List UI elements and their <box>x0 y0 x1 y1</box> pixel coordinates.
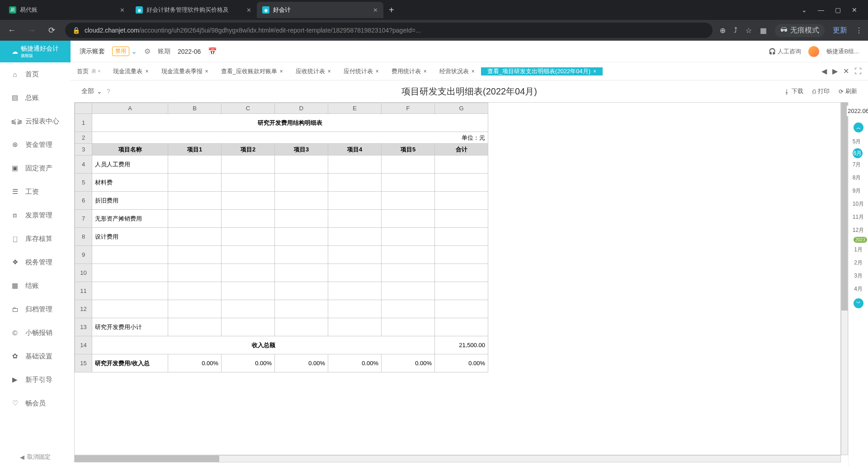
avatar[interactable] <box>808 46 819 57</box>
spreadsheet[interactable]: A B C D E F G 1研究开发费用结构明细表 2单位：元 3 项目名称 … <box>74 102 841 455</box>
close-icon[interactable]: × <box>205 68 208 75</box>
sidebar-item[interactable]: ▤总账 <box>0 86 71 109</box>
col-header[interactable]: C <box>222 103 275 114</box>
browser-tab[interactable]: ◉ 好会计财务管理软件购买价格及 ✕ <box>130 2 257 18</box>
row-header[interactable]: 4 <box>75 155 92 174</box>
sidebar-item[interactable]: 🗀归档管理 <box>0 297 71 321</box>
download-button[interactable]: ⭳下载 <box>784 87 803 95</box>
close-icon[interactable]: × <box>376 68 379 75</box>
sidebar-item[interactable]: ☰工资 <box>0 180 71 203</box>
month-item[interactable]: 4月 <box>854 282 863 296</box>
col-header[interactable]: G <box>435 103 488 114</box>
star-icon[interactable]: ☆ <box>745 26 752 35</box>
filter-select[interactable]: 全部 ⌄ <box>81 87 102 95</box>
row-header[interactable]: 13 <box>75 318 92 336</box>
col-header[interactable]: F <box>382 103 435 114</box>
page-tab[interactable]: 现金流量表× <box>107 67 155 75</box>
help-icon[interactable]: ? <box>107 88 110 95</box>
close-icon[interactable]: ✕ <box>373 7 378 14</box>
chevron-down-icon[interactable]: ⌄ <box>131 47 137 56</box>
sidebar-item[interactable]: ©小畅报销 <box>0 321 71 344</box>
page-tab[interactable]: 现金流量表季报× <box>155 67 215 75</box>
refresh-button[interactable]: ⟳刷新 <box>839 87 857 95</box>
row-header[interactable]: 1 <box>75 114 92 132</box>
month-item[interactable]: 6月 <box>853 148 863 158</box>
sidebar-item[interactable]: ▦结账 <box>0 274 71 297</box>
close-icon[interactable]: ✕ <box>246 7 251 14</box>
row-header[interactable]: 3 <box>75 144 92 155</box>
scroll-down-icon[interactable]: ︾ <box>854 298 863 308</box>
extension-icon[interactable]: ▦ <box>760 26 767 35</box>
new-tab-button[interactable]: + <box>383 5 400 15</box>
scroll-up-icon[interactable]: ︽ <box>854 122 863 132</box>
select-all-cell[interactable] <box>75 103 92 114</box>
reload-button[interactable]: ⟳ <box>45 25 58 35</box>
close-icon[interactable]: × <box>472 68 475 75</box>
back-button[interactable]: ← <box>5 26 18 35</box>
unpin-button[interactable]: ◀ 取消固定 <box>0 448 71 466</box>
month-item[interactable]: 1月 <box>854 243 863 256</box>
row-header[interactable]: 9 <box>75 246 92 264</box>
tabs-next-icon[interactable]: ▶ <box>832 67 838 75</box>
tabs-prev-icon[interactable]: ◀ <box>821 67 827 75</box>
close-icon[interactable]: × <box>424 68 427 75</box>
page-tab[interactable]: 查看_应收账款对账单× <box>215 67 289 75</box>
address-bar[interactable]: 🔒 cloud2.chanjet.com/accounting/uh26t264… <box>65 23 712 38</box>
sidebar-item[interactable]: ✿基础设置 <box>0 344 71 368</box>
close-icon[interactable]: × <box>593 68 596 75</box>
browser-tab-active[interactable]: ◉ 好会计 ✕ <box>257 2 383 18</box>
sidebar-item[interactable]: ⊛资金管理 <box>0 133 71 156</box>
month-item[interactable]: 3月 <box>854 269 863 282</box>
close-icon[interactable]: × <box>280 68 283 75</box>
row-header[interactable]: 10 <box>75 264 92 282</box>
horizontal-scrollbar[interactable] <box>74 455 841 462</box>
sidebar-item[interactable]: ▣固定资产 <box>0 156 71 180</box>
sidebar-item[interactable]: ⧈发票管理 <box>0 203 71 227</box>
col-header[interactable]: A <box>92 103 168 114</box>
row-header[interactable]: 12 <box>75 300 92 318</box>
row-header[interactable]: 14 <box>75 336 92 354</box>
close-icon[interactable]: × <box>328 68 331 75</box>
sidebar-item[interactable]: ❖税务管理 <box>0 250 71 274</box>
month-item[interactable]: 2月 <box>854 256 863 269</box>
month-item[interactable]: 8月 <box>853 171 864 184</box>
sidebar-item[interactable]: ▶新手引导 <box>0 368 71 391</box>
page-tab[interactable]: 查看_项目研发支出明细表(2022年04月)× <box>481 67 603 75</box>
print-button[interactable]: ⎙打印 <box>812 87 830 95</box>
zoom-icon[interactable]: ⊕ <box>720 26 726 35</box>
month-item[interactable]: 5月 <box>853 135 864 148</box>
page-tab[interactable]: 首页表 × <box>71 67 107 75</box>
browser-tab[interactable]: 易 易代账 ✕ <box>4 2 130 18</box>
month-item[interactable]: 11月 <box>853 211 864 224</box>
row-header[interactable]: 7 <box>75 210 92 228</box>
row-header[interactable]: 11 <box>75 282 92 300</box>
page-tab[interactable]: 应付统计表× <box>337 67 385 75</box>
update-button[interactable]: 更新 <box>833 26 847 35</box>
month-item[interactable]: 10月 <box>853 198 864 211</box>
support-link[interactable]: 🎧 人工咨询 <box>769 47 801 56</box>
row-header[interactable]: 15 <box>75 354 92 372</box>
close-icon[interactable]: × <box>145 68 148 75</box>
col-header[interactable]: B <box>168 103 222 114</box>
kebab-menu-icon[interactable]: ⋮ <box>855 26 863 35</box>
calendar-icon[interactable]: 📅 <box>208 47 217 56</box>
row-header[interactable]: 5 <box>75 174 92 192</box>
month-item[interactable]: 12月 <box>853 224 864 237</box>
row-header[interactable]: 6 <box>75 192 92 210</box>
sidebar-item[interactable]: ♡畅会员 <box>0 391 71 415</box>
row-header[interactable]: 8 <box>75 228 92 246</box>
tabs-close-all-icon[interactable]: ✕ <box>843 67 849 75</box>
month-item[interactable]: 7月 <box>853 158 864 171</box>
col-header[interactable]: D <box>275 103 328 114</box>
page-tab[interactable]: 费用统计表× <box>385 67 433 75</box>
close-window-icon[interactable]: ✕ <box>852 6 857 14</box>
fullscreen-icon[interactable]: ⛶ <box>854 67 862 75</box>
share-icon[interactable]: ⤴ <box>734 26 737 34</box>
page-tab[interactable]: 应收统计表× <box>289 67 337 75</box>
month-item[interactable]: 9月 <box>853 184 864 198</box>
vertical-scrollbar[interactable] <box>841 102 848 455</box>
col-header[interactable]: E <box>328 103 382 114</box>
sidebar-item[interactable]: ⌂首页 <box>0 62 71 86</box>
gear-icon[interactable]: ⚙ <box>144 47 151 56</box>
row-header[interactable]: 2 <box>75 132 92 144</box>
